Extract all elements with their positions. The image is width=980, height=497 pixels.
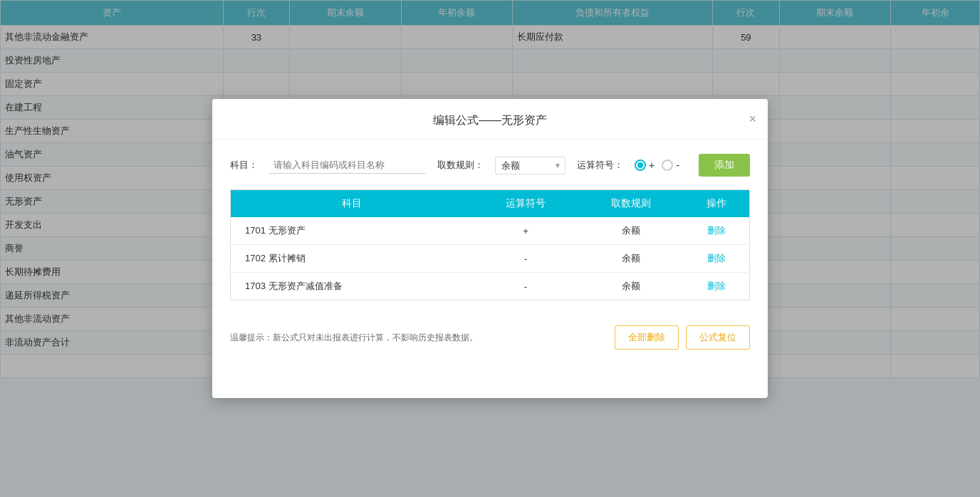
operator-radio-group: + - — [635, 159, 679, 171]
operator-plus-radio[interactable]: + — [635, 159, 655, 171]
add-button[interactable]: 添加 — [699, 154, 750, 177]
modal-overlay: 编辑公式——无形资产 × 科目： 取数规则： 余额借方发生额贷方发生额 ▼ 运算… — [0, 0, 980, 497]
table-row: 1701 无形资产+余额删除 — [231, 217, 750, 245]
th-operator: 运算符号 — [473, 190, 578, 218]
subject-label: 科目： — [230, 159, 258, 172]
table-row: 1702 累计摊销-余额删除 — [231, 245, 750, 273]
radio-plus-circle — [635, 159, 646, 171]
footer-buttons: 全部删除 公式复位 — [615, 325, 750, 350]
fetch-rule-select[interactable]: 余额借方发生额贷方发生额 — [495, 157, 565, 174]
modal-dialog: 编辑公式——无形资产 × 科目： 取数规则： 余额借方发生额贷方发生额 ▼ 运算… — [212, 99, 768, 398]
delete-row-link[interactable]: 删除 — [707, 225, 726, 236]
th-fetch-rule: 取数规则 — [578, 190, 684, 218]
close-button[interactable]: × — [749, 113, 756, 125]
modal-header: 编辑公式——无形资产 × — [212, 99, 768, 140]
formula-table: 科目 运算符号 取数规则 操作 1701 无形资产+余额删除1702 累计摊销-… — [230, 189, 750, 300]
fetch-rule-label: 取数规则： — [437, 159, 484, 172]
table-row: 1703 无形资产减值准备-余额删除 — [231, 273, 750, 300]
reset-formula-button[interactable]: 公式复位 — [686, 325, 750, 350]
operator-label: 运算符号： — [577, 159, 623, 172]
modal-body: 科目： 取数规则： 余额借方发生额贷方发生额 ▼ 运算符号： + — [212, 140, 768, 315]
modal-footer: 温馨提示：新公式只对未出报表进行计算，不影响历史报表数据。 全部删除 公式复位 — [212, 315, 768, 364]
modal-title: 编辑公式——无形资产 — [433, 114, 547, 126]
subject-input[interactable] — [269, 157, 426, 174]
operator-minus-radio[interactable]: - — [662, 159, 679, 171]
th-action: 操作 — [684, 190, 750, 218]
table-header-row: 科目 运算符号 取数规则 操作 — [231, 190, 750, 218]
fetch-rule-select-wrapper: 余额借方发生额贷方发生额 ▼ — [495, 157, 565, 174]
operator-minus-label: - — [676, 159, 679, 171]
delete-all-button[interactable]: 全部删除 — [615, 325, 679, 350]
delete-row-link[interactable]: 删除 — [707, 253, 726, 263]
radio-minus-circle — [662, 159, 673, 171]
delete-row-link[interactable]: 删除 — [707, 281, 726, 291]
footer-hint: 温馨提示：新公式只对未出报表进行计算，不影响历史报表数据。 — [230, 332, 478, 344]
operator-plus-label: + — [649, 159, 655, 171]
th-subject: 科目 — [231, 190, 473, 218]
form-row: 科目： 取数规则： 余额借方发生额贷方发生额 ▼ 运算符号： + — [230, 154, 750, 177]
